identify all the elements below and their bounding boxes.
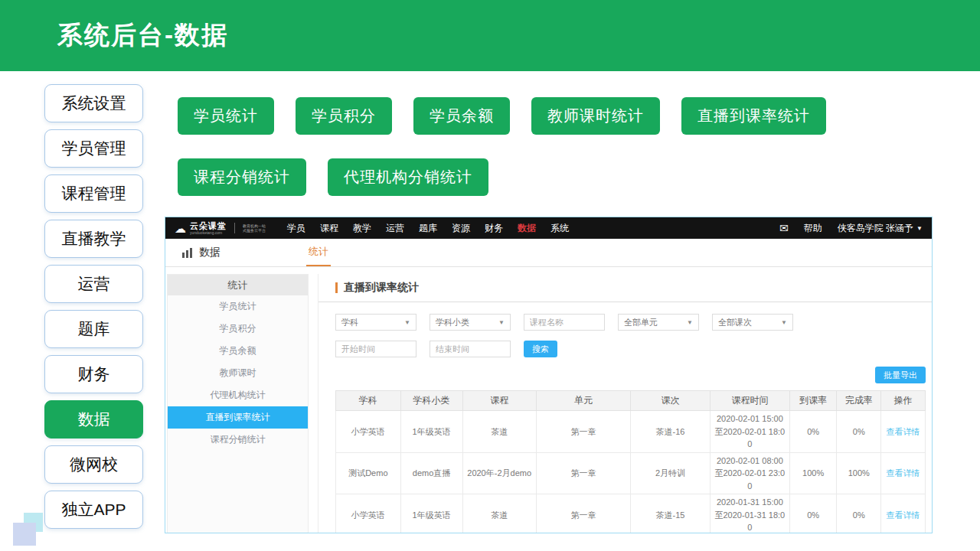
title-accent-bar xyxy=(335,282,338,293)
admin-menu-question-bank[interactable]: 题库 xyxy=(419,222,437,235)
quick-buttons: 学员统计 学员积分 学员余额 教师课时统计 直播到课率统计 课程分销统计 代理机… xyxy=(178,97,867,196)
chevron-down-icon: ▼ xyxy=(781,319,787,326)
table-row: 小学英语 1年级英语 茶道 第一章 茶道-15 2020-01-31 15:00… xyxy=(336,494,926,534)
sidebar-item-finance[interactable]: 财务 xyxy=(44,355,143,393)
sidebar-item-system-settings[interactable]: 系统设置 xyxy=(44,84,143,122)
mail-icon[interactable]: ✉ xyxy=(779,222,789,234)
subject-select[interactable]: 学科 ▼ xyxy=(335,314,416,331)
side-menu-header: 统计 xyxy=(168,275,308,295)
chevron-down-icon: ▼ xyxy=(916,225,923,232)
admin-menu-operations[interactable]: 运营 xyxy=(386,222,404,235)
agency-distribution-stats-button[interactable]: 代理机构分销统计 xyxy=(328,158,488,196)
sidebar-item-live-teaching[interactable]: 直播教学 xyxy=(44,220,143,258)
admin-menu-courses[interactable]: 课程 xyxy=(320,222,338,235)
col-subject-sub: 学科小类 xyxy=(400,391,462,411)
logo-divider xyxy=(234,223,235,233)
filter-row-1: 学科 ▼ 学科小类 ▼ 全部单元 ▼ 全部课次 ▼ xyxy=(335,314,932,331)
view-details-link[interactable]: 查看详情 xyxy=(887,510,920,520)
chevron-down-icon: ▼ xyxy=(498,319,505,326)
help-link[interactable]: 帮助 xyxy=(804,222,822,235)
stats-side-menu: 统计 学员统计 学员积分 学员余额 教师课时 代理机构统计 直播到课率统计 课程… xyxy=(167,274,309,533)
tab-statistics[interactable]: 统计 xyxy=(306,239,331,266)
subject-subcategory-select[interactable]: 学科小类 ▼ xyxy=(430,314,511,331)
course-name-input[interactable] xyxy=(524,314,605,331)
col-course-time: 课程时间 xyxy=(710,391,789,411)
student-balance-button[interactable]: 学员余额 xyxy=(413,97,510,135)
logo-domain: yunduoketang.com xyxy=(190,231,227,235)
admin-menu-teaching[interactable]: 教学 xyxy=(353,222,371,235)
side-item-student-stats[interactable]: 学员统计 xyxy=(168,295,308,318)
student-points-button[interactable]: 学员积分 xyxy=(296,97,392,135)
decorative-purple-square xyxy=(13,523,36,546)
view-details-link[interactable]: 查看详情 xyxy=(887,468,920,478)
col-course: 课程 xyxy=(462,391,536,411)
table-row: 测试Demo demo直播 2020年-2月demo 第一章 2月特训 2020… xyxy=(336,452,926,494)
admin-menu: 学员 课程 教学 运营 题库 资源 财务 数据 系统 xyxy=(287,222,569,235)
table-header-row: 学科 学科小类 课程 单元 课次 课程时间 到课率 完成率 操作 xyxy=(336,391,926,411)
side-item-course-distribution-stats[interactable]: 课程分销统计 xyxy=(168,429,308,451)
admin-menu-students[interactable]: 学员 xyxy=(287,222,305,235)
col-attendance-rate: 到课率 xyxy=(789,391,837,411)
col-actions: 操作 xyxy=(881,391,926,411)
logo-name: 云朵课堂 xyxy=(190,222,227,230)
admin-nav-right: ✉ 帮助 侠客岛学院 张涵予 ▼ xyxy=(779,222,923,235)
breadcrumb-row: 数据 统计 xyxy=(165,239,932,267)
live-attendance-stats-button[interactable]: 直播到课率统计 xyxy=(681,97,826,135)
left-sidebar: 系统设置 学员管理 课程管理 直播教学 运营 题库 财务 数据 微网校 独立AP… xyxy=(44,84,143,529)
sidebar-item-micro-school[interactable]: 微网校 xyxy=(44,445,143,484)
logo-tagline: 教育机构一站 式服务云平台 xyxy=(243,223,266,233)
side-item-teacher-hours[interactable]: 教师课时 xyxy=(168,362,308,384)
brand-logo: ☁ 云朵课堂 yunduoketang.com 教育机构一站 式服务云平台 xyxy=(175,222,266,235)
page-title: 系统后台-数据 xyxy=(0,18,228,53)
table-row: 小学英语 1年级英语 茶道 第一章 茶道-16 2020-02-01 15:00… xyxy=(336,411,926,453)
filters: 学科 ▼ 学科小类 ▼ 全部单元 ▼ 全部课次 ▼ xyxy=(318,302,932,357)
side-item-student-points[interactable]: 学员积分 xyxy=(168,318,308,340)
admin-content: 统计 学员统计 学员积分 学员余额 教师课时 代理机构统计 直播到课率统计 课程… xyxy=(165,267,932,533)
col-subject: 学科 xyxy=(336,391,401,411)
breadcrumb: 数据 xyxy=(182,246,220,259)
page-header: 系统后台-数据 xyxy=(0,0,980,71)
admin-menu-data[interactable]: 数据 xyxy=(518,222,536,235)
side-item-agency-stats[interactable]: 代理机构统计 xyxy=(168,384,308,406)
admin-top-nav: ☁ 云朵课堂 yunduoketang.com 教育机构一站 式服务云平台 学员… xyxy=(165,217,932,239)
side-item-live-attendance-stats[interactable]: 直播到课率统计 xyxy=(168,406,308,429)
quick-buttons-row1: 学员统计 学员积分 学员余额 教师课时统计 直播到课率统计 xyxy=(178,97,867,135)
teacher-hours-stats-button[interactable]: 教师课时统计 xyxy=(531,97,660,135)
sidebar-item-question-bank[interactable]: 题库 xyxy=(44,310,143,348)
account-menu[interactable]: 侠客岛学院 张涵予 ▼ xyxy=(838,222,923,235)
col-completion-rate: 完成率 xyxy=(837,391,881,411)
lesson-select[interactable]: 全部课次 ▼ xyxy=(712,314,793,331)
sidebar-item-student-management[interactable]: 学员管理 xyxy=(44,129,143,168)
start-time-input[interactable] xyxy=(335,341,416,357)
student-stats-button[interactable]: 学员统计 xyxy=(178,97,274,135)
view-details-link[interactable]: 查看详情 xyxy=(887,427,920,436)
col-lesson: 课次 xyxy=(630,391,710,411)
sidebar-item-course-management[interactable]: 课程管理 xyxy=(44,174,143,213)
sidebar-item-operations[interactable]: 运营 xyxy=(44,265,143,303)
col-unit: 单元 xyxy=(536,391,630,411)
panel-title: 直播到课率统计 xyxy=(318,274,932,302)
admin-menu-resources[interactable]: 资源 xyxy=(452,222,470,235)
admin-screenshot: ☁ 云朵课堂 yunduoketang.com 教育机构一站 式服务云平台 学员… xyxy=(165,217,933,533)
search-button[interactable]: 搜索 xyxy=(524,341,557,357)
data-analytics-icon xyxy=(182,248,194,258)
sidebar-item-standalone-app[interactable]: 独立APP xyxy=(44,491,143,529)
attendance-table: 学科 学科小类 课程 单元 课次 课程时间 到课率 完成率 操作 小学英语 1年 xyxy=(335,390,926,533)
chevron-down-icon: ▼ xyxy=(404,319,410,326)
side-item-student-balance[interactable]: 学员余额 xyxy=(168,340,308,362)
batch-export-button[interactable]: 批量导出 xyxy=(875,367,926,383)
export-row: 批量导出 xyxy=(318,367,932,383)
admin-menu-finance[interactable]: 财务 xyxy=(485,222,503,235)
end-time-input[interactable] xyxy=(430,341,511,357)
quick-buttons-row2: 课程分销统计 代理机构分销统计 xyxy=(178,158,867,196)
cloud-logo-icon: ☁ xyxy=(175,223,186,234)
sidebar-item-data[interactable]: 数据 xyxy=(44,400,143,439)
chevron-down-icon: ▼ xyxy=(687,319,693,326)
account-name: 侠客岛学院 张涵予 xyxy=(838,222,913,235)
filter-row-2: 搜索 xyxy=(335,341,932,357)
admin-menu-system[interactable]: 系统 xyxy=(550,222,569,235)
stats-main-panel: 直播到课率统计 学科 ▼ 学科小类 ▼ 全部单元 ▼ xyxy=(318,274,932,533)
panel-title-text: 直播到课率统计 xyxy=(344,281,419,295)
course-distribution-stats-button[interactable]: 课程分销统计 xyxy=(178,158,306,196)
unit-select[interactable]: 全部单元 ▼ xyxy=(618,314,699,331)
